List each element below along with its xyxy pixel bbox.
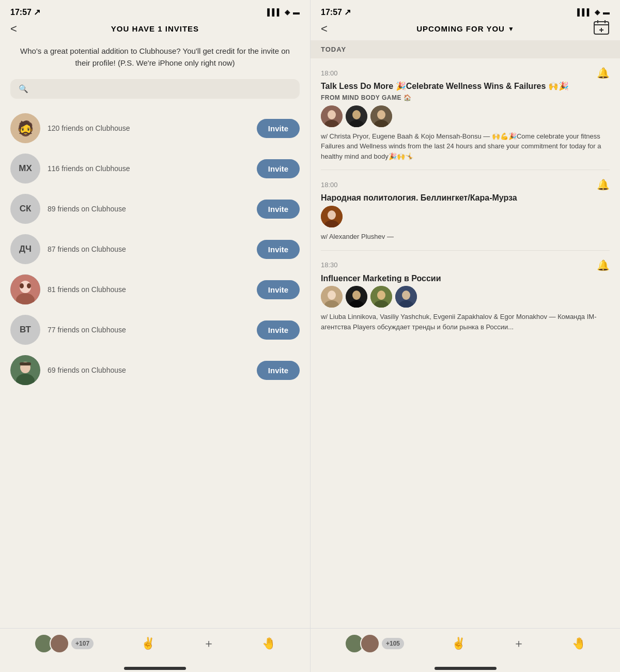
bottom-nav-right: +105 ✌️ ＋ 🤚 — [311, 628, 620, 664]
nav-avatar-2 — [50, 634, 69, 653]
invite-button[interactable]: Invite — [257, 320, 300, 340]
add-icon[interactable]: ＋ — [203, 636, 214, 651]
back-button-left[interactable]: < — [10, 22, 17, 36]
invite-button[interactable]: Invite — [257, 119, 300, 138]
contact-left: 🧔 120 friends on Clubhouse — [10, 113, 130, 143]
event-description: w/ Alexander Plushev — — [321, 232, 610, 242]
speaker-avatar — [395, 286, 417, 308]
search-input[interactable] — [33, 85, 291, 94]
svg-point-19 — [352, 110, 361, 119]
avatar: ДЧ — [10, 234, 40, 264]
event-time: 18:30 — [321, 261, 338, 269]
status-time-right: 17:57 ↗ — [321, 7, 351, 17]
event-title: Talk Less Do More 🎉Celebrate Wellness Wi… — [321, 81, 610, 92]
bell-icon[interactable]: 🔔 — [597, 178, 610, 191]
search-bar[interactable]: 🔍 — [10, 79, 300, 99]
speaker-avatar — [370, 105, 392, 127]
contact-left: ВТ 77 friends on Clubhouse — [10, 315, 126, 345]
event-description: w/ Liuba Linnikova, Vasiliy Yashchuk, Ev… — [321, 312, 610, 332]
svg-point-4 — [27, 283, 31, 288]
wave-icon-right[interactable]: 🤚 — [572, 637, 586, 650]
event-time: 18:00 — [321, 69, 338, 77]
event-time-row: 18:00 🔔 — [321, 178, 610, 191]
back-button-right[interactable]: < — [321, 22, 328, 36]
contact-item: МХ 116 friends on Clubhouse Invite — [10, 148, 300, 189]
svg-point-34 — [377, 291, 385, 300]
invite-button[interactable]: Invite — [257, 240, 300, 259]
contact-left: СК 89 friends on Clubhouse — [10, 194, 126, 224]
event-avatars — [321, 206, 610, 227]
event-source: From MIND BODY GAME 🏠 — [321, 94, 610, 101]
svg-point-37 — [402, 291, 410, 300]
invite-button[interactable]: Invite — [257, 280, 300, 299]
contact-friend-count: 87 friends on Clubhouse — [48, 245, 126, 253]
add-icon-right[interactable]: ＋ — [513, 636, 524, 651]
speaker-avatar — [321, 105, 343, 127]
contact-item: 81 friends on Clubhouse Invite — [10, 269, 300, 310]
event-list: 18:00 🔔 Talk Less Do More 🎉Celebrate Wel… — [311, 58, 620, 628]
avatar: 🧔 — [10, 113, 40, 143]
invite-button[interactable]: Invite — [257, 200, 300, 219]
contact-left: ДЧ 87 friends on Clubhouse — [10, 234, 126, 264]
right-header-title-group: UPCOMING FOR YOU ▼ — [416, 24, 514, 33]
contact-friend-count: 77 friends on Clubhouse — [48, 326, 126, 334]
battery-icon: ▬ — [603, 8, 610, 16]
bell-icon[interactable]: 🔔 — [597, 259, 610, 271]
event-item: 18:30 🔔 Influencer Marketing в России w/… — [321, 251, 610, 341]
event-avatars — [321, 286, 610, 308]
contact-friend-count: 89 friends on Clubhouse — [48, 205, 126, 213]
add-calendar-icon[interactable] — [593, 25, 610, 38]
event-time-row: 18:00 🔔 — [321, 67, 610, 79]
left-panel: 17:57 ↗ ▌▌▌ ◈ ▬ < YOU HAVE 1 INVITES Who… — [0, 0, 310, 672]
left-header-title: YOU HAVE 1 INVITES — [111, 24, 199, 33]
avatar-illustration — [10, 355, 40, 385]
speaker-avatar — [370, 286, 392, 308]
contact-friend-count: 120 friends on Clubhouse — [48, 124, 130, 132]
nav-avatar-group[interactable]: +107 — [34, 634, 94, 653]
contact-list: 🧔 120 friends on Clubhouse Invite МХ 116… — [0, 108, 310, 628]
avatar — [10, 274, 40, 304]
peace-icon-right[interactable]: ✌️ — [452, 637, 466, 650]
wifi-icon: ◈ — [285, 8, 290, 16]
search-icon: 🔍 — [19, 84, 28, 94]
header-right-btn[interactable] — [593, 19, 610, 39]
invite-button[interactable]: Invite — [257, 361, 300, 380]
status-bar-right: 17:57 ↗ ▌▌▌ ◈ ▬ — [311, 0, 620, 21]
invite-button[interactable]: Invite — [257, 159, 300, 178]
nav-count-badge: +107 — [71, 638, 94, 649]
svg-point-28 — [328, 291, 336, 300]
battery-icon: ▬ — [293, 8, 300, 16]
avatar: МХ — [10, 154, 40, 184]
peace-icon[interactable]: ✌️ — [141, 637, 155, 650]
wave-icon[interactable]: 🤚 — [262, 637, 276, 650]
contact-friend-count: 69 friends on Clubhouse — [48, 366, 126, 374]
svg-point-31 — [352, 291, 361, 300]
nav-count-badge-right: +105 — [382, 638, 404, 649]
speaker-avatar — [346, 286, 367, 308]
status-icons-right: ▌▌▌ ◈ ▬ — [577, 8, 610, 16]
home-indicator-left — [124, 667, 186, 670]
contact-item: 🧔 120 friends on Clubhouse Invite — [10, 108, 300, 148]
avatar — [10, 355, 40, 385]
svg-point-25 — [328, 210, 336, 220]
nav-avatar-group-right[interactable]: +105 — [345, 634, 404, 653]
svg-point-16 — [328, 110, 336, 119]
event-time-row: 18:30 🔔 — [321, 259, 610, 271]
dropdown-arrow-icon[interactable]: ▼ — [508, 25, 514, 33]
avatar: ВТ — [10, 315, 40, 345]
bottom-nav-left: +107 ✌️ ＋ 🤚 — [0, 628, 310, 664]
status-time-left: 17:57 ↗ — [10, 7, 40, 17]
right-header: < UPCOMING FOR YOU ▼ — [311, 21, 620, 40]
home-indicator-right — [435, 667, 497, 670]
signal-icon: ▌▌▌ — [267, 8, 282, 16]
contact-item: ВТ 77 friends on Clubhouse Invite — [10, 310, 300, 350]
speaker-avatar — [321, 206, 343, 227]
left-header: < YOU HAVE 1 INVITES — [0, 21, 310, 40]
nav-avatar-2 — [360, 634, 380, 653]
bell-icon[interactable]: 🔔 — [597, 67, 610, 79]
event-title: Народная политология. Беллингкет/Кара-Му… — [321, 193, 610, 204]
avatar: СК — [10, 194, 40, 224]
right-header-title: UPCOMING FOR YOU — [416, 24, 505, 33]
signal-icon: ▌▌▌ — [577, 8, 592, 16]
contact-item: СК 89 friends on Clubhouse Invite — [10, 189, 300, 229]
